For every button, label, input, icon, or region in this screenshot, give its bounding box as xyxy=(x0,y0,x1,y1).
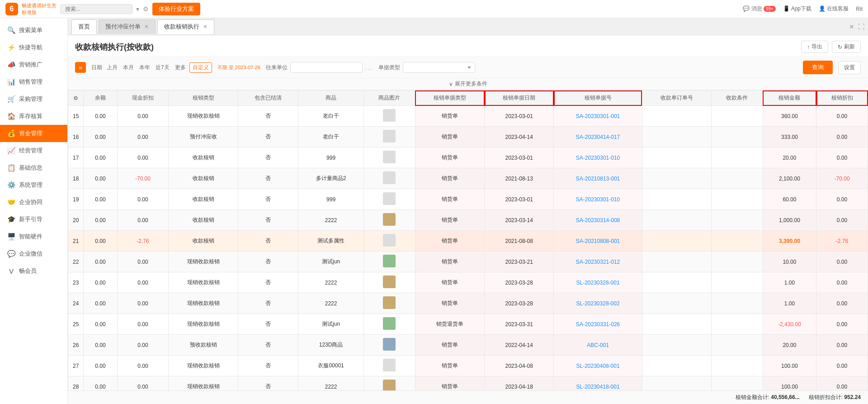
date-opt-this-year[interactable]: 本年 xyxy=(137,63,152,72)
td-num: 27 xyxy=(68,356,84,376)
doc-no-link[interactable]: SL-20230408-001 xyxy=(576,363,619,369)
sidebar-label-9: 系统管理 xyxy=(19,181,42,189)
doc-no-link[interactable]: SA-20230301-010 xyxy=(576,155,620,161)
main-content: 首页 预付冲应付单 ✕ 收款核销执行 ✕ ✕ ⛶ 收款核销执行(按收款) ↑ xyxy=(68,18,868,404)
doc-no-link[interactable]: SA-20230301-010 xyxy=(576,196,620,203)
date-opt-last-month[interactable]: 上月 xyxy=(105,63,119,72)
tab-expand[interactable]: ⛶ xyxy=(858,23,864,30)
settings-icon[interactable]: ⚙ xyxy=(143,5,149,13)
td-type: 预收款核销 xyxy=(169,335,238,356)
sidebar-item-5[interactable]: 🏠库存核算 xyxy=(0,108,67,125)
td-discount: 0.00 xyxy=(816,252,868,272)
td-type: 现销收款核销 xyxy=(169,314,238,335)
td-payment-term xyxy=(712,376,763,391)
top-search-input[interactable] xyxy=(60,4,132,14)
online-service[interactable]: 👤 在线客服 xyxy=(819,5,849,13)
sidebar-item-3[interactable]: 📊销售管理 xyxy=(0,73,67,90)
filter-expand-btn[interactable]: » xyxy=(75,62,86,73)
date-opt-this-month[interactable]: 本月 xyxy=(121,63,136,72)
partner-dots[interactable]: ... xyxy=(365,64,373,71)
td-doc-date: 2023-03-01 xyxy=(485,106,554,127)
td-type: 预付冲应收 xyxy=(169,127,238,147)
industry-btn[interactable]: 体验行业方案 xyxy=(152,3,200,15)
th-payment-term: 收款条件 xyxy=(712,90,763,106)
table-row: 19 0.00 0.00 收款核销 否 999 销货单 2023-03-01 S… xyxy=(68,189,868,210)
sidebar-label-4: 采购管理 xyxy=(19,95,42,103)
refresh-btn[interactable]: ↻ 刷新 xyxy=(832,41,861,53)
export-btn[interactable]: ↑ 导出 xyxy=(801,41,828,53)
sidebar-item-10[interactable]: 🤝企业协同 xyxy=(0,194,67,211)
settings-btn[interactable]: 设置 xyxy=(838,61,861,74)
page-header: 收款核销执行(按收款) ↑ 导出 ↻ 刷新 xyxy=(68,35,868,57)
date-opt-7days[interactable]: 近7天 xyxy=(154,63,171,72)
tab-close-all[interactable]: ✕ xyxy=(849,23,854,30)
doc-no-link[interactable]: SL-20230418-001 xyxy=(576,384,619,390)
sidebar-item-1[interactable]: ⚡快捷导航 xyxy=(0,39,67,56)
doc-no-link[interactable]: ABC-001 xyxy=(587,342,609,348)
sidebar-item-12[interactable]: 🖥️智能硬件 xyxy=(0,228,67,245)
td-doc-type: 销货单 xyxy=(415,231,484,252)
td-payment-term xyxy=(712,252,763,272)
sidebar-item-6[interactable]: 💰资金管理 xyxy=(0,125,67,142)
sidebar-item-11[interactable]: 🎓新手引导 xyxy=(0,211,67,228)
refresh-icon: ↻ xyxy=(838,44,842,50)
td-order-no xyxy=(642,147,711,168)
doc-no-link[interactable]: SA-20210813-001 xyxy=(576,176,620,182)
tab-prepay[interactable]: 预付冲应付单 ✕ xyxy=(99,19,156,34)
tab-home[interactable]: 首页 xyxy=(71,19,97,34)
msg-area[interactable]: 💬 消息 99+ xyxy=(743,5,776,13)
doc-no-link[interactable]: SA-20210808-001 xyxy=(576,238,620,244)
doc-no-link[interactable]: SA-20230321-012 xyxy=(576,259,620,265)
sidebar-item-2[interactable]: 📣营销推广 xyxy=(0,56,67,73)
sidebar-item-13[interactable]: 💬企业微信 xyxy=(0,245,67,262)
doc-no-link[interactable]: SL-20230328-001 xyxy=(576,280,619,286)
doc-no-link[interactable]: SA-20230301-001 xyxy=(576,113,620,119)
th-gear[interactable]: ⚙ xyxy=(68,90,84,106)
td-doc-no: SL-20230328-002 xyxy=(554,293,642,314)
td-doc-no: SA-20230301-010 xyxy=(554,147,642,168)
tab-collection-close[interactable]: ✕ xyxy=(203,24,208,30)
doctype-select[interactable] xyxy=(403,62,475,73)
date-opt-custom[interactable]: 自定义 xyxy=(189,62,212,73)
td-amount: 333.00 xyxy=(763,127,816,147)
doc-no-link[interactable]: SA-20230414-017 xyxy=(576,134,620,140)
dropdown-icon[interactable]: ▾ xyxy=(136,5,139,13)
date-range-display: 不限 至 2023-07-26 xyxy=(217,64,260,71)
td-doc-date: 2023-04-08 xyxy=(485,356,554,376)
sidebar-label-6: 资金管理 xyxy=(19,129,42,138)
td-amount: -2,430.00 xyxy=(763,314,816,335)
partner-input[interactable] xyxy=(290,62,363,73)
logo-text: 畅捷通谱好生意 标准版 xyxy=(22,2,57,15)
sidebar-item-8[interactable]: 📋基础信息 xyxy=(0,159,67,176)
table-row: 17 0.00 0.00 收款核销 否 999 销货单 2023-03-01 S… xyxy=(68,147,868,168)
td-order-no xyxy=(642,376,711,391)
expand-more-bar[interactable]: ∨ 展开更多条件 xyxy=(68,78,868,90)
td-settled: 否 xyxy=(238,293,298,314)
sidebar-item-14[interactable]: V畅会员 xyxy=(0,262,67,280)
td-num: 22 xyxy=(68,252,84,272)
expand-label: 展开更多条件 xyxy=(455,80,487,88)
td-order-no xyxy=(642,127,711,147)
tab-collection[interactable]: 收款核销执行 ✕ xyxy=(157,19,214,34)
query-btn[interactable]: 查询 xyxy=(803,61,833,74)
td-cash-discount: 0.00 xyxy=(117,356,169,376)
app-download[interactable]: 📱 App下载 xyxy=(783,5,811,13)
td-num: 24 xyxy=(68,293,84,314)
date-opt-more[interactable]: 更多 xyxy=(173,63,188,72)
table-row: 25 0.00 0.00 现销收款核销 否 测试jun 销货退货单 2023-0… xyxy=(68,314,868,335)
sidebar-item-4[interactable]: 🛒采购管理 xyxy=(0,90,67,108)
doc-no-link[interactable]: SA-20230314-008 xyxy=(576,217,620,223)
sidebar-item-0[interactable]: 🔍搜索菜单 xyxy=(0,22,67,39)
doc-no-link[interactable]: SL-20230328-002 xyxy=(576,300,619,307)
tab-prepay-close[interactable]: ✕ xyxy=(144,24,149,30)
td-product-img xyxy=(363,127,415,147)
th-amount: 核销金额 xyxy=(763,90,816,106)
td-type: 现销收款核销 xyxy=(169,356,238,376)
td-num: 28 xyxy=(68,376,84,391)
doc-no-link[interactable]: SA-20230331-026 xyxy=(576,321,620,328)
table-row: 20 0.00 0.00 收款核销 否 2222 销货单 2023-03-14 … xyxy=(68,210,868,231)
user-name[interactable]: Rit xyxy=(856,6,863,12)
footer-total-discount: 952.24 xyxy=(844,394,861,400)
sidebar-item-9[interactable]: ⚙️系统管理 xyxy=(0,176,67,194)
sidebar-item-7[interactable]: 📈经营管理 xyxy=(0,142,67,159)
